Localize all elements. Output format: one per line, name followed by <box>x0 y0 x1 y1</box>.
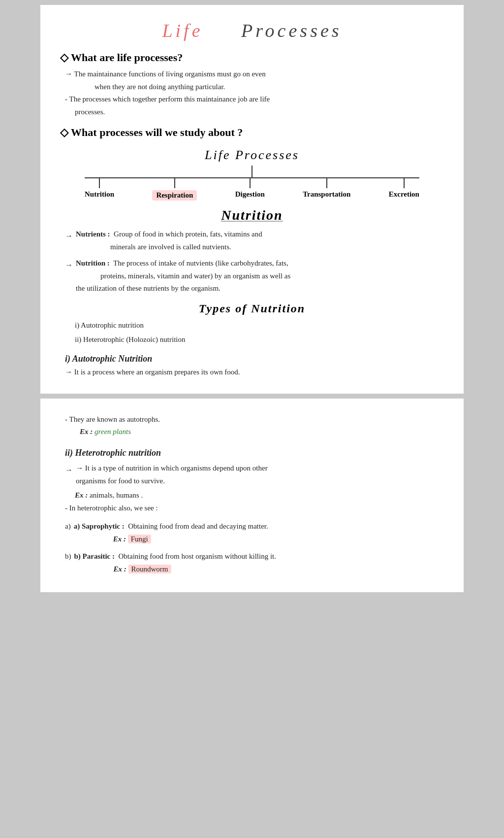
autotrophs-example: green plants <box>94 428 131 436</box>
nutrients-def: → Nutrients : Group of food in which pro… <box>65 228 444 253</box>
branch-excretion: Excretion <box>389 178 419 201</box>
saprophytic-text: a) Saprophytic : Obtaining food from dea… <box>74 520 268 545</box>
branch-digestion: Digestion <box>235 178 265 201</box>
hetero-heading-text: ii) Heterotrophic nutrition <box>65 445 444 461</box>
saprophytic-section: a) a) Saprophytic : Obtaining food from … <box>65 520 444 545</box>
para1-line3: - The processes which together perform t… <box>65 93 444 106</box>
nutrients-line1: Group of food in which protein, fats, vi… <box>114 230 262 238</box>
branch-respiration: Respiration <box>152 178 197 201</box>
question-2-text: ◇ What processes will we study about ? <box>60 126 243 139</box>
page-2: - They are known as autotrophs. Ex : gre… <box>40 399 464 593</box>
title-processes: Processes <box>241 20 342 41</box>
page-1: Life Processes ◇ What are life processes… <box>40 5 464 394</box>
hetero-arrow: → → It is a type of nutrition in which o… <box>65 462 444 487</box>
parasitic-text: b) Parasitic : Obtaining food from host … <box>74 550 277 575</box>
saprophytic-example: Fungi <box>128 535 151 543</box>
hetero-line4: - In heterotrophic also, we see : <box>65 502 444 515</box>
autotrophs-section: - They are known as autotrophs. Ex : gre… <box>65 413 444 438</box>
nutrition-line1: The process of intake of nutvients (like… <box>113 259 288 267</box>
parasitic-item: b) b) Parasitic : Obtaining food from ho… <box>65 550 444 575</box>
nutrition-text: Nutrition : The process of intake of nut… <box>76 257 290 295</box>
nutrients-text: Nutrients : Group of food in which prote… <box>76 228 262 253</box>
nutrients-arrow: → Nutrients : Group of food in which pro… <box>65 228 444 253</box>
question-1-text: ◇ What are life processes? <box>60 51 183 64</box>
branch-excretion-label: Excretion <box>389 190 419 199</box>
hetero-def: → → It is a type of nutrition in which o… <box>65 462 444 514</box>
auto-heading-text: i) Autotrophic Nutrition <box>65 351 444 367</box>
hetero-lines: → It is a type of nutrition in which org… <box>76 462 268 487</box>
autotrophs-line2: Ex : green plants <box>80 426 444 438</box>
para1-line2: when they are not doing anything particu… <box>94 81 444 94</box>
hetero-heading: ii) Heterotrophic nutrition <box>65 445 444 461</box>
autotrophs-line1: - They are known as autotrophs. <box>65 413 444 426</box>
title-life: Life <box>162 20 203 41</box>
para1-line4: processes. <box>75 106 444 119</box>
page-title: Life Processes <box>60 20 444 41</box>
question-2: ◇ What processes will we study about ? <box>60 126 444 139</box>
parasitic-section: b) b) Parasitic : Obtaining food from ho… <box>65 550 444 575</box>
nutrition-term: Nutrition : <box>76 259 110 267</box>
tree-root-line <box>252 166 252 177</box>
para1-line1: → The maintainance functions of living o… <box>65 68 444 81</box>
saprophytic-ex: Ex : Fungi <box>113 533 268 546</box>
diagram-title: Life Processes <box>205 148 299 163</box>
branch-transportation-label: Transportation <box>303 190 350 199</box>
life-processes-diagram: Life Processes Nutrition Respiration D <box>60 148 444 201</box>
branch-transportation: Transportation <box>303 178 350 201</box>
hetero-line1: → It is a type of nutrition in which org… <box>76 462 268 475</box>
nutrition-def: → Nutrition : The process of intake of n… <box>65 257 444 295</box>
types-heading: Types of Nutrition <box>60 302 444 315</box>
parasitic-example: Roundworm <box>128 565 171 573</box>
hetero-line3: Ex : animals, humans . <box>75 489 444 502</box>
paragraph-1: → The maintainance functions of living o… <box>65 68 444 118</box>
nutrients-term: Nutrients : <box>76 230 110 238</box>
branch-nutrition-label: Nutrition <box>85 190 114 199</box>
branch-digestion-label: Digestion <box>235 190 265 199</box>
types-list: i) Autotrophic nutrition ii) Heterotroph… <box>65 319 444 346</box>
nutrition-line2: proteins, minerals, vitamin and water) b… <box>100 270 290 283</box>
nutrition-arrow: → Nutrition : The process of intake of n… <box>65 257 444 295</box>
tree-branches: Nutrition Respiration Digestion Transpor… <box>85 178 419 201</box>
tree-wrapper: Nutrition Respiration Digestion Transpor… <box>60 166 444 201</box>
type-i: i) Autotrophic nutrition <box>75 319 444 332</box>
parasitic-ex: Ex : Roundworm <box>114 563 277 576</box>
nutrition-heading: Nutrition <box>60 207 444 223</box>
hetero-line2: organisms for food to survive. <box>76 475 268 488</box>
question-1: ◇ What are life processes? <box>60 51 444 64</box>
auto-heading: i) Autotrophic Nutrition <box>65 351 444 367</box>
nutrients-line2: minerals are involved is called nutvient… <box>110 241 262 254</box>
auto-text: → It is a process where an organism prep… <box>65 366 444 379</box>
branch-nutrition: Nutrition <box>85 178 114 201</box>
type-ii: ii) Heterotrophic (Holozoic) nutrition <box>75 334 444 346</box>
nutrition-line3: the utilization of these nutrients by th… <box>76 282 290 295</box>
branch-respiration-label: Respiration <box>152 190 197 201</box>
saprophytic-item: a) a) Saprophytic : Obtaining food from … <box>65 520 444 545</box>
